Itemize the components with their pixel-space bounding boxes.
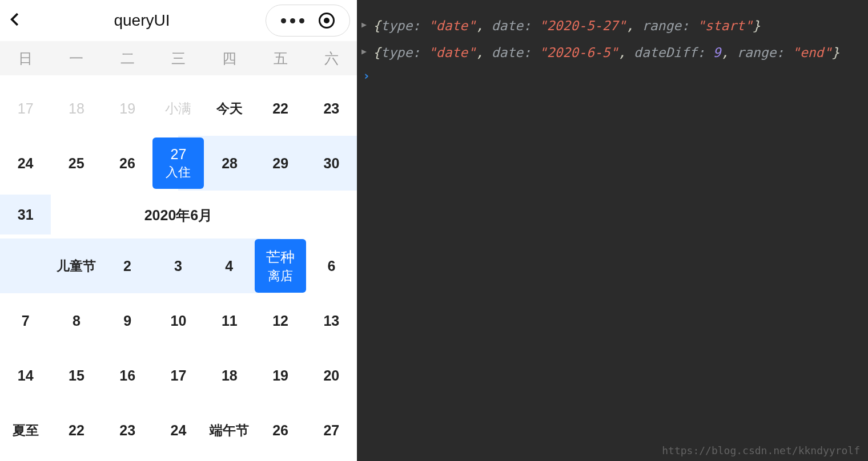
calendar-body[interactable]: 17 18 19 小满 今天 22 23 24 25 26 27 入住 28 2… (0, 75, 357, 461)
capsule-button[interactable] (266, 5, 350, 37)
mobile-calendar-pane: queryUI 日 一 二 三 四 五 六 17 18 19 小满 今天 22 … (0, 0, 357, 461)
day-cell-checkout[interactable]: 芒种 离店 (255, 238, 306, 293)
day-cell[interactable]: 31 (0, 195, 51, 234)
day-cell[interactable]: 23 (306, 81, 357, 136)
day-cell[interactable]: 14 (0, 348, 51, 403)
devtools-console[interactable]: {type: "date", date: "2020-5-27", range:… (357, 0, 868, 461)
back-icon[interactable] (7, 11, 24, 30)
console-log[interactable]: {type: "date", date: "2020-5-27", range:… (357, 13, 868, 39)
month-title: 2020年6月 (51, 191, 306, 238)
day-cell-checkin[interactable]: 27 入住 (152, 136, 204, 191)
day-cell-xiazhi[interactable]: 夏至 (0, 403, 51, 458)
day-cell[interactable]: 15 (51, 348, 102, 403)
day-cell[interactable]: 3 (152, 238, 203, 293)
day-cell[interactable]: 9 (102, 293, 153, 348)
day-cell[interactable]: 23 (102, 403, 153, 458)
day-cell[interactable]: 20 (306, 348, 357, 403)
day-cell: 18 (51, 81, 102, 136)
watermark: https://blog.csdn.net/kkndyyrolf (662, 444, 860, 456)
weekday: 一 (51, 41, 102, 75)
day-cell[interactable]: 11 (204, 293, 255, 348)
day-cell[interactable] (0, 238, 51, 293)
weekday: 四 (204, 41, 255, 75)
weekday-header: 日 一 二 三 四 五 六 (0, 41, 357, 75)
day-cell[interactable]: 16 (102, 348, 153, 403)
day-cell[interactable]: 6 (306, 238, 357, 293)
day-cell[interactable]: 22 (255, 81, 306, 136)
day-cell: 17 (0, 81, 51, 136)
day-cell[interactable]: 17 (153, 348, 204, 403)
day-cell: 19 (102, 81, 153, 136)
console-prompt[interactable]: › (357, 66, 868, 85)
day-cell-today[interactable]: 今天 (204, 81, 255, 136)
day-cell[interactable]: 12 (255, 293, 306, 348)
day-cell[interactable]: 8 (51, 293, 102, 348)
day-cell[interactable]: 28 (204, 136, 255, 191)
day-cell[interactable]: 10 (153, 293, 204, 348)
day-cell[interactable]: 29 (255, 136, 306, 191)
day-cell-dragon-boat[interactable]: 端午节 (204, 403, 255, 458)
more-icon[interactable] (281, 18, 304, 23)
day-cell-childrens-day[interactable]: 儿童节 (51, 238, 102, 293)
day-cell[interactable]: 25 (51, 136, 102, 191)
page-title: queryUI (24, 11, 266, 30)
day-cell[interactable]: 19 (255, 348, 306, 403)
day-cell: 小满 (153, 81, 204, 136)
day-cell[interactable]: 24 (153, 403, 204, 458)
day-cell[interactable]: 13 (306, 293, 357, 348)
day-cell[interactable]: 24 (0, 136, 51, 191)
day-cell[interactable]: 18 (204, 348, 255, 403)
weekday: 三 (153, 41, 204, 75)
day-cell[interactable]: 7 (0, 293, 51, 348)
weekday: 六 (306, 41, 357, 75)
weekday: 五 (255, 41, 306, 75)
day-cell[interactable]: 22 (51, 403, 102, 458)
target-icon[interactable] (319, 13, 335, 29)
day-cell[interactable]: 26 (102, 136, 152, 191)
day-cell[interactable]: 2 (102, 238, 152, 293)
app-header: queryUI (0, 0, 357, 41)
day-cell[interactable]: 26 (255, 403, 306, 458)
weekday: 二 (102, 41, 153, 75)
day-cell[interactable]: 27 (306, 403, 357, 458)
day-cell[interactable]: 4 (204, 238, 255, 293)
day-cell[interactable]: 30 (306, 136, 357, 191)
weekday: 日 (0, 41, 51, 75)
console-log[interactable]: {type: "date", date: "2020-6-5", dateDif… (357, 39, 868, 66)
